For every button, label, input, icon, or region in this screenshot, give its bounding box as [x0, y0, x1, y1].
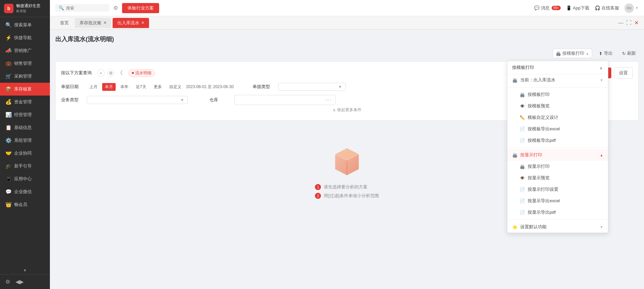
dropdown-current-item[interactable]: 🖨️ 当前：出入库流水 ▼: [507, 74, 608, 86]
sidebar-item-cooperation[interactable]: 🤝 企业协同: [0, 147, 50, 160]
print-dropdown-panel: 按模板打印 ▲ 🖨️ 当前：出入库流水 ▼ 🖨️ 按模板打印: [507, 61, 608, 233]
dropdown-item-label: 按显示导出excel: [528, 198, 560, 204]
app-logo-icon: b: [4, 4, 13, 13]
sidebar-item-finance[interactable]: 💰 资金管理: [0, 96, 50, 108]
system-icon: ⚙️: [5, 137, 11, 143]
date-range-display: 2023-06-01 至 2023-06-30: [186, 84, 234, 90]
settings-icon[interactable]: ⚙: [5, 279, 10, 285]
warehouse-select[interactable]: ···: [234, 95, 335, 105]
sidebar-item-label: 快捷导航: [14, 35, 32, 41]
add-filter-button[interactable]: +: [97, 69, 105, 77]
maximize-icon[interactable]: ⛶: [626, 20, 632, 26]
date-current-year[interactable]: 本年: [118, 83, 131, 91]
tab-inout-flow-close[interactable]: ✕: [141, 21, 144, 25]
online-service-button[interactable]: 🎧 在线客服: [595, 5, 619, 11]
more-options-icon[interactable]: ···: [325, 97, 332, 103]
message-icon: 💬: [534, 5, 539, 10]
topbar-search-box[interactable]: 🔍: [55, 4, 109, 12]
dropdown-item-template-custom[interactable]: ✏️ 模板自定义设计: [507, 112, 608, 123]
empty-steps-list: 1 请先选择要分析的方案 2 用[过滤]条件来缩小分析范围: [315, 184, 379, 202]
dropdown-item-template-export-pdf[interactable]: 📄 按模板导出pdf: [507, 135, 608, 146]
date-custom[interactable]: 自定义: [167, 83, 184, 91]
sidebar-item-inventory[interactable]: 📦 库存核算: [0, 83, 50, 96]
empty-step-2: 2 用[过滤]条件来缩小分析范围: [315, 193, 379, 199]
sidebar-item-label: 搜索菜单: [14, 22, 32, 28]
chevron-down-icon2: ▼: [600, 225, 603, 229]
tab-inout-flow[interactable]: 出入库流水 ✕: [113, 18, 149, 28]
dropdown-item-template-print[interactable]: 🖨️ 按模板打印: [507, 89, 608, 100]
sidebar-bottom: ⚙ ◀▶: [0, 274, 50, 289]
gear-icon[interactable]: ⚙: [113, 5, 118, 11]
date-current-month[interactable]: 本月: [102, 83, 116, 91]
dropdown-item-display-print[interactable]: 🖨️ 按显示打印: [507, 161, 608, 172]
chevron-down-icon: ▼: [23, 268, 27, 273]
biz-type-select[interactable]: ▼: [87, 96, 188, 104]
purchase-icon: 🛒: [5, 73, 11, 79]
trial-button[interactable]: 体验行业方案: [122, 3, 159, 13]
sidebar-item-sales[interactable]: 💼 销售管理: [0, 57, 50, 70]
dropdown-item-template-preview[interactable]: 👁️ 按模板预览: [507, 100, 608, 112]
refresh-button[interactable]: ↻ 刷新: [619, 49, 639, 58]
dropdown-item-display-preview[interactable]: 👁️ 按显示预览: [507, 172, 608, 184]
sidebar-item-quick-nav[interactable]: ⚡ 快捷导航: [0, 31, 50, 44]
date-more[interactable]: 更多: [151, 83, 165, 91]
search-input[interactable]: [66, 6, 106, 10]
dropdown-item-label: 按显示打印: [528, 163, 550, 169]
current-label-icon: 🖨️: [512, 78, 518, 83]
sidebar-item-purchase[interactable]: 🛒 采购管理: [0, 70, 50, 83]
sidebar-scroll-down[interactable]: ▼: [0, 267, 50, 274]
dropdown-section-label: 按显示打印: [520, 152, 542, 158]
app-icon: 📱: [566, 5, 572, 10]
sidebar-item-label: 应用中心: [14, 176, 32, 182]
chevron-up-icon: ▲: [586, 52, 589, 55]
sidebar-item-system[interactable]: ⚙️ 系统管理: [0, 134, 50, 147]
sidebar-item-wechat[interactable]: 💬 企业微信: [0, 185, 50, 198]
chevron-up-icon3: ∧: [333, 108, 336, 112]
marketing-icon: 📣: [5, 48, 11, 54]
empty-step-2-label: 用[过滤]条件来缩小分析范围: [324, 193, 379, 199]
dropdown-item-template-export-excel[interactable]: 📄 按模板导出excel: [507, 123, 608, 135]
message-button[interactable]: 💬 消息 99+: [534, 5, 561, 11]
date-prev-month[interactable]: 上月: [87, 83, 100, 91]
print-template-button[interactable]: 🖨️ 按模板打印 ▲: [553, 49, 592, 58]
sidebar-item-label: 新手引导: [14, 163, 32, 169]
setting-button[interactable]: 设置: [614, 67, 633, 79]
sidebar-item-app-center[interactable]: 📱 应用中心: [0, 173, 50, 185]
display-print-section-header[interactable]: 🖨️ 按显示打印 ▲: [507, 149, 608, 161]
sidebar-item-search[interactable]: 🔍 搜索菜单: [0, 19, 50, 31]
settings-filter-button[interactable]: ⚙: [107, 69, 115, 77]
dropdown-item-display-print-settings[interactable]: 📄 按显示打印设置: [507, 184, 608, 195]
dropdown-item-label: 按显示预览: [528, 175, 550, 181]
sales-icon: 💼: [5, 60, 11, 67]
tab-batch-account-close[interactable]: ✕: [104, 21, 107, 25]
close-window-icon[interactable]: ✕: [634, 20, 639, 26]
divider2: [507, 148, 608, 148]
dropdown-header: 按模板打印 ▲: [507, 61, 608, 74]
sidebar-item-basic-info[interactable]: 📋 基础信息: [0, 121, 50, 134]
printer-icon2: 🖨️: [512, 153, 518, 158]
dropdown-item-display-export-pdf[interactable]: 📄 按显示导出pdf: [507, 207, 608, 218]
filter-section-title: 按以下方案查询: [61, 70, 92, 76]
date-last-7days[interactable]: 近7天: [133, 83, 149, 91]
sidebar-item-member[interactable]: 👑 畅会员: [0, 198, 50, 211]
app-download-button[interactable]: 📱 App下载: [566, 5, 589, 11]
dropdown-item-set-default[interactable]: ⭐ 设置默认功能 ▼: [507, 221, 608, 233]
user-profile[interactable]: Rit ▼: [624, 3, 639, 13]
sidebar-logo: b 畅捷通好生意 标准版: [0, 0, 50, 17]
export-button[interactable]: ⬆ 导出: [596, 49, 615, 58]
sidebar-item-guide[interactable]: 🎓 新手引导: [0, 160, 50, 173]
tab-home[interactable]: 首页: [55, 18, 74, 28]
dropdown-item-display-export-excel[interactable]: 📄 按显示导出excel: [507, 195, 608, 207]
collapse-filter-icon[interactable]: 《: [117, 70, 123, 77]
doc-type-select[interactable]: ▼: [278, 83, 346, 91]
dropdown-item-label: 模板自定义设计: [528, 114, 558, 121]
minimize-icon[interactable]: —: [618, 20, 623, 26]
sidebar-item-marketing[interactable]: 📣 营销推广: [0, 44, 50, 57]
export-label: 导出: [604, 50, 613, 56]
collapse-sidebar-icon[interactable]: ◀▶: [16, 279, 24, 285]
printer-icon3: 🖨️: [520, 164, 525, 169]
sidebar-item-operation[interactable]: 📊 经营管理: [0, 108, 50, 121]
excel-icon: 📄: [520, 127, 525, 132]
tab-batch-account[interactable]: 库存批次账 ✕: [75, 18, 111, 28]
date-filter-label: 单据日期: [61, 84, 81, 90]
